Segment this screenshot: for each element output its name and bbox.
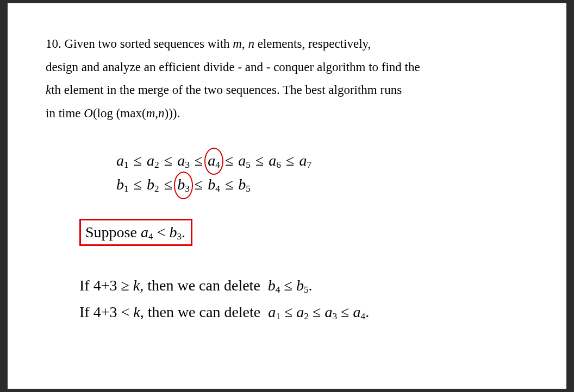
- lt-op: <: [117, 304, 133, 320]
- problem-text: th element in the merge of the two seque…: [51, 83, 402, 97]
- dot: .: [182, 224, 185, 241]
- num: 4: [93, 304, 101, 320]
- a6: a6: [269, 149, 281, 173]
- document-page: 10. Given two sorted sequences with m, n…: [8, 3, 566, 389]
- le-op: ≤: [309, 304, 325, 320]
- b5: b5: [296, 277, 309, 294]
- big-O: O: [84, 106, 93, 120]
- suppose-highlight-box: Suppose a4 < b3.: [79, 219, 192, 246]
- case-1: If 4+3 ≥ k, then we can delete b4 ≤ b5.: [79, 272, 528, 299]
- sequence-b: b1 ≤ b2 ≤ b3 ≤ b4 ≤ b5: [116, 173, 528, 197]
- then-text: then we can delete: [144, 277, 260, 294]
- comma: ,: [140, 304, 144, 320]
- then-text: then we can delete: [144, 304, 261, 320]
- pdf-viewer-viewport: 10. Given two sorted sequences with m, n…: [0, 0, 574, 392]
- problem-text: ))).: [165, 106, 180, 120]
- problem-text: elements, respectively,: [254, 37, 371, 50]
- problem-text: Given two sorted sequences with: [65, 37, 233, 50]
- problem-text: ,: [242, 37, 248, 50]
- problem-statement: 10. Given two sorted sequences with m, n…: [46, 33, 528, 125]
- problem-number: 10.: [46, 37, 61, 50]
- problem-text: (log (max(: [93, 106, 146, 120]
- le-op: ≤: [280, 277, 296, 294]
- var-k: k: [133, 277, 140, 294]
- lt-op: <: [153, 224, 170, 241]
- b2: b2: [147, 173, 159, 197]
- le-op: ≤: [133, 176, 143, 193]
- le-op: ≤: [224, 176, 234, 193]
- a1: a1: [116, 149, 129, 173]
- a5: a5: [238, 149, 251, 173]
- case-analysis: If 4+3 ≥ k, then we can delete b4 ≤ b5. …: [79, 272, 528, 325]
- le-op: ≤: [285, 152, 295, 169]
- a4: a4: [353, 304, 365, 320]
- le-op: ≤: [133, 152, 143, 169]
- a4: a4: [141, 224, 153, 241]
- le-op: ≤: [337, 304, 353, 320]
- le-op: ≤: [163, 176, 173, 193]
- var-n: n: [158, 106, 165, 120]
- if-word: If: [79, 277, 93, 294]
- if-word: If: [79, 304, 93, 320]
- b3: b3: [169, 224, 182, 241]
- var-m: m: [146, 106, 155, 120]
- le-op: ≤: [194, 176, 204, 193]
- b1: b1: [116, 173, 129, 197]
- case-2: If 4+3 < k, then we can delete a1 ≤ a2 ≤…: [79, 299, 528, 325]
- dot: .: [365, 304, 369, 320]
- var-m: m: [233, 37, 242, 50]
- plus-op: +: [101, 304, 110, 320]
- a4-circled: a4: [208, 149, 220, 173]
- suppose-word: Suppose: [85, 224, 141, 241]
- sequence-a: a1 ≤ a2 ≤ a3 ≤ a4 ≤ a5 ≤ a6 ≤ a7: [116, 149, 528, 173]
- var-k: k: [46, 83, 51, 97]
- math-sequences: a1 ≤ a2 ≤ a3 ≤ a4 ≤ a5 ≤ a6 ≤ a7 b1 ≤ b2…: [116, 149, 528, 197]
- num: 4: [93, 277, 101, 294]
- le-op: ≤: [254, 152, 265, 169]
- le-op: ≤: [224, 152, 234, 169]
- a2: a2: [296, 304, 309, 320]
- b3-circled: b3: [177, 173, 190, 197]
- problem-text: in time: [46, 106, 84, 120]
- a3: a3: [177, 149, 190, 173]
- num: 3: [109, 277, 117, 294]
- dot: .: [309, 277, 313, 294]
- a2: a2: [147, 149, 159, 173]
- b4: b4: [208, 173, 220, 197]
- a1: a1: [264, 304, 280, 320]
- b5: b5: [238, 173, 251, 197]
- a7: a7: [299, 149, 311, 173]
- le-op: ≤: [194, 152, 204, 169]
- var-k: k: [133, 304, 140, 320]
- num: 3: [109, 304, 117, 320]
- plus-op: +: [101, 277, 110, 294]
- le-op: ≤: [163, 152, 173, 169]
- problem-text: design and analyze an efficient divide -…: [46, 60, 420, 74]
- a3: a3: [325, 304, 337, 320]
- var-n: n: [248, 37, 254, 50]
- b4: b4: [264, 277, 280, 294]
- le-op: ≤: [280, 304, 296, 320]
- ge-op: ≥: [117, 277, 133, 294]
